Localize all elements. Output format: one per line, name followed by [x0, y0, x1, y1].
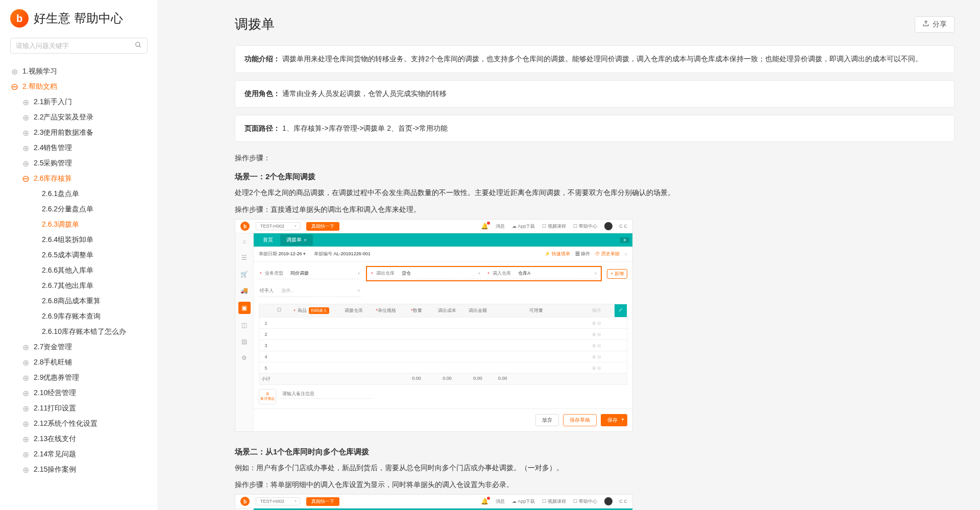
search-icon[interactable]: [135, 41, 142, 50]
nav-2-6-4[interactable]: 2.6.4组装拆卸单: [10, 232, 148, 248]
intro-label: 功能介绍：: [244, 55, 280, 63]
nav-2-6-2[interactable]: 2.6.2分量盘点单: [10, 202, 148, 217]
scene2-title: 场景二：从1个仓库同时向多个仓库调拨: [235, 447, 954, 457]
top-app[interactable]: App下载: [518, 224, 535, 229]
avatar-icon[interactable]: [604, 222, 612, 230]
quick-fill-link[interactable]: ⚡ 快速填单: [545, 251, 570, 257]
mnav-truck-icon[interactable]: 🚚: [239, 285, 250, 296]
role-text: 通常由业务人员发起调拨，仓管人员完成实物的转移: [282, 89, 447, 98]
save-draft-button[interactable]: 保存草稿: [563, 414, 597, 426]
nav-2-7[interactable]: ⊕2.7资金管理: [10, 339, 148, 355]
mnav-doc-icon[interactable]: ☱: [239, 253, 250, 263]
search-input[interactable]: [16, 42, 135, 50]
plus-icon: ⊕: [10, 67, 18, 76]
screenshot-2: b TEST-H002 真能快一下 🔔 消息 ☁ App下载 ☐ 视频课程 ☐ …: [235, 494, 633, 510]
nav-2-2[interactable]: ⊕2.2产品安装及登录: [10, 110, 148, 125]
nav-2-14[interactable]: ⊕2.14常见问题: [10, 447, 148, 462]
share-button[interactable]: 分享: [915, 16, 954, 33]
mnav-chart-icon[interactable]: ▤: [239, 336, 250, 347]
top-msg[interactable]: 消息: [496, 223, 505, 230]
path-card: 页面路径：1、库存核算->库存管理->调拨单 2、首页->常用功能: [235, 115, 954, 142]
bell-icon[interactable]: 🔔: [481, 498, 488, 505]
top-course[interactable]: 视频课程: [548, 224, 566, 229]
main-content: 调拨单 分享 功能介绍：调拨单用来处理仓库间货物的转移业务。支持2个仓库间的调拨…: [158, 0, 980, 510]
remark-input[interactable]: [280, 389, 372, 399]
nav-2-6-5[interactable]: 2.6.5成本调整单: [10, 248, 148, 263]
ss-topbar: b TEST-H002 真能快一下 🔔 消息 ☁ App下载 ☐ 视频课程 ☐ …: [235, 220, 632, 233]
scene2-op: 操作步骤：将单据明细中的调入仓库设置为显示，同时将单据头的调入仓设置为非必录。: [235, 478, 954, 492]
biz-type-field[interactable]: *业务类型 同价调拨▾: [259, 268, 361, 279]
share-icon: [922, 20, 929, 29]
nav-2-6-3[interactable]: 2.6.3调拨单: [10, 217, 148, 232]
save-button[interactable]: 保存: [601, 414, 627, 426]
nav-2-12[interactable]: ⊕2.12系统个性化设置: [10, 416, 148, 431]
scene1-title: 场景一：2个仓库间调拨: [235, 172, 954, 182]
screenshot-1: b TEST-H002 真能快一下 🔔 消息 ☁ App下载 ☐ 视频课程 ☐ …: [235, 219, 633, 432]
nav-2-6-9[interactable]: 2.6.9库存账本查询: [10, 309, 148, 324]
nav-help-docs[interactable]: ⊖2.帮助文档: [10, 79, 148, 94]
tip-button[interactable]: 真能快一下: [306, 222, 339, 231]
nav-2-6-10[interactable]: 2.6.10库存账本错了怎么办: [10, 324, 148, 339]
nav-2-3[interactable]: ⊕2.3使用前数据准备: [10, 125, 148, 140]
out-warehouse-field[interactable]: *调出仓库 贷仓▾: [370, 268, 481, 279]
mnav-cart-icon[interactable]: 🛒: [239, 269, 250, 279]
nav-tree: ⊕1.视频学习 ⊖2.帮助文档 ⊕2.1新手入门 ⊕2.2产品安装及登录 ⊕2.…: [10, 64, 148, 477]
nav-2-9[interactable]: ⊕2.9优惠券管理: [10, 370, 148, 385]
tip-button[interactable]: 真能快一下: [306, 497, 339, 506]
nav-2-6-8[interactable]: 2.6.8商品成本重算: [10, 294, 148, 309]
scan-button[interactable]: 扫码录入: [309, 307, 329, 314]
nav-2-6[interactable]: ⊖2.6库存核算: [10, 171, 148, 186]
top-help[interactable]: 帮助中心: [579, 224, 597, 229]
handler-field[interactable]: 经手人 选择...▾: [259, 285, 361, 297]
nav-2-8[interactable]: ⊕2.8手机旺铺: [10, 355, 148, 370]
bell-icon[interactable]: 🔔: [481, 223, 488, 230]
ss-tabbar: 首页 调拨单 × ×: [254, 233, 632, 247]
page-title: 调拨单: [235, 15, 275, 33]
nav-2-6-1[interactable]: 2.6.1盘点单: [10, 186, 148, 202]
org-select[interactable]: TEST-H002: [256, 497, 300, 505]
nav-2-13[interactable]: ⊕2.13在线支付: [10, 431, 148, 447]
share-label: 分享: [933, 20, 947, 29]
nav-2-6-7[interactable]: 2.6.7其他出库单: [10, 278, 148, 294]
nav-2-15[interactable]: ⊕2.15操作案例: [10, 462, 148, 477]
history-link[interactable]: ⏱ 历史单据: [595, 251, 620, 257]
top-user: C C: [620, 224, 628, 229]
nav-2-1[interactable]: ⊕2.1新手入门: [10, 94, 148, 110]
mnav-box-icon[interactable]: ▣: [238, 302, 251, 314]
expand-icon[interactable]: ⤢: [615, 304, 627, 317]
avatar-icon[interactable]: [604, 497, 612, 505]
close-all-tabs[interactable]: ×: [620, 237, 629, 243]
mnav-wallet-icon[interactable]: ◫: [239, 320, 250, 330]
sidebar: b 好生意 帮助中心 ⊕1.视频学习 ⊖2.帮助文档 ⊕2.1新手入门 ⊕2.2…: [0, 0, 158, 510]
remark-icon[interactable]: ☰备注信息: [259, 389, 276, 404]
org-select[interactable]: TEST-H002: [256, 222, 300, 230]
nav-2-11[interactable]: ⊕2.11打印设置: [10, 401, 148, 416]
nav-2-4[interactable]: ⊕2.4销售管理: [10, 140, 148, 156]
mini-logo-icon: b: [240, 222, 250, 231]
minus-icon: ⊖: [10, 83, 18, 91]
ops-link[interactable]: ☰ 操作: [575, 251, 591, 257]
role-label: 使用角色：: [244, 89, 280, 98]
grid-table: ☐ *商品 扫码录入 调拨仓库 *单位规格 *数量 调出成本 调出金额 可用量 …: [259, 304, 627, 385]
discard-button[interactable]: 放弃: [535, 414, 559, 426]
search-box[interactable]: [10, 38, 148, 54]
nav-video-learning[interactable]: ⊕1.视频学习: [10, 64, 148, 79]
brand-title: 好生意 帮助中心: [34, 10, 123, 27]
path-text: 1、库存核算->库存管理->调拨单 2、首页->常用功能: [282, 124, 448, 132]
mini-logo-icon: b: [240, 497, 250, 506]
close-icon[interactable]: ×: [304, 237, 307, 243]
path-label: 页面路径：: [244, 124, 280, 132]
svg-point-0: [136, 42, 140, 46]
tab-home[interactable]: 首页: [257, 234, 279, 246]
mnav-home-icon[interactable]: ⌂: [239, 236, 250, 247]
ss-leftnav: ⌂ ☱ 🛒 🚚 ▣ ◫ ▤ ⚙: [235, 233, 254, 431]
scene2-eg: 例如：用户有多个门店或办事处，新品到货后，需要从总仓同时向多个门店或办事处调拨。…: [235, 461, 954, 475]
intro-text: 调拨单用来处理仓库间货物的转移业务。支持2个仓库间的调拨，也支持多个仓库间的调拨…: [282, 55, 922, 63]
nav-2-6-6[interactable]: 2.6.6其他入库单: [10, 263, 148, 278]
in-warehouse-field[interactable]: *调入仓库 仓库A▾: [486, 268, 598, 279]
tab-allocation[interactable]: 调拨单 ×: [280, 234, 313, 246]
mnav-gear-icon[interactable]: ⚙: [239, 353, 250, 363]
add-new-button[interactable]: + 新增: [607, 269, 627, 279]
nav-2-5[interactable]: ⊕2.5采购管理: [10, 156, 148, 171]
nav-2-10[interactable]: ⊕2.10经营管理: [10, 385, 148, 401]
